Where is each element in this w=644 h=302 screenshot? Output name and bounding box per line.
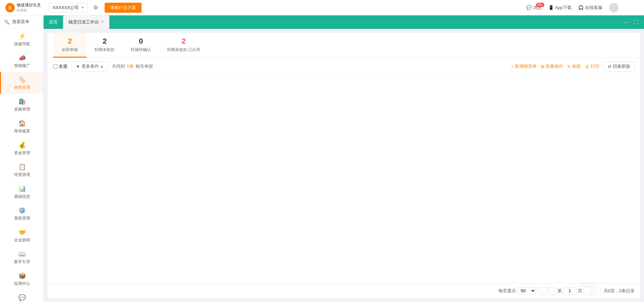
sidebar-item-wechat[interactable]: 💬 企业微信 <box>0 290 43 302</box>
stat-label-wangwang: 旺辅待确认 <box>131 47 151 53</box>
sales-icon: 🏷️ <box>18 76 26 83</box>
print-label: 打印 <box>591 63 599 69</box>
sidebar-search-label: 搜索菜单 <box>12 19 30 25</box>
tab-home[interactable]: 首页 <box>44 15 63 29</box>
sidebar-item-operations[interactable]: 📋 经营管理 <box>0 159 43 181</box>
sidebar-search[interactable]: 🔍 搜索菜单 <box>0 15 43 28</box>
sidebar-item-finance[interactable]: 💰 资金管理 <box>0 137 43 159</box>
main-layout: 🔍 搜索菜单 ⚡ 快捷导航 📣 营销推广 🏷️ 销售管理 🛍️ 采购管理 🏠 库… <box>0 15 644 302</box>
tab-maximize-button[interactable]: ⛶ <box>633 18 640 26</box>
wechat-icon: 💬 <box>18 294 26 301</box>
select-all-checkbox[interactable]: 全选 <box>53 63 67 69</box>
sidebar-item-app-center[interactable]: 📦 应用中心 <box>0 268 43 290</box>
sidebar-item-enterprise[interactable]: 🤝 企业协同 <box>0 225 43 246</box>
prev-page-button[interactable]: ‹ <box>548 287 556 295</box>
stat-tab-wangwang[interactable]: 0 旺辅待确认 <box>123 33 159 58</box>
system-icon: ⚙️ <box>18 207 26 214</box>
sidebar-label-finance: 资金管理 <box>14 150 30 156</box>
stat-tab-overdue[interactable]: 2 到期未收款 <box>87 33 123 58</box>
sidebar-item-inventory[interactable]: 🏠 库存核算 <box>0 116 43 137</box>
stat-label-overdue: 到期未收款 <box>95 47 115 53</box>
print-button[interactable]: 🖨 打印 <box>585 63 599 69</box>
stat-tab-overdue-out[interactable]: 2 到期未收款 已出库 <box>159 33 208 58</box>
per-page-select[interactable]: 50 100 <box>517 287 536 295</box>
batch-icon: ⊞ <box>541 64 544 69</box>
sidebar-label-quick-nav: 快捷导航 <box>14 41 30 47</box>
sidebar-label-enterprise: 企业协同 <box>14 237 30 243</box>
found-suffix: 相关单据 <box>136 64 153 69</box>
total-records: 共0页，0条记录 <box>604 288 635 294</box>
marketing-icon: 📣 <box>18 54 26 62</box>
app-download-button[interactable]: 📱 App下载 <box>548 5 572 11</box>
trial-button[interactable]: 体验行业方案 <box>105 3 142 13</box>
basic-info-icon: 📊 <box>18 185 26 192</box>
tab-minimize-button[interactable]: — <box>623 18 630 26</box>
sidebar: 🔍 搜索菜单 ⚡ 快捷导航 📣 营销推广 🏷️ 销售管理 🛍️ 采购管理 🏠 库… <box>0 15 44 302</box>
settings-icon: ⚙ <box>93 4 98 11</box>
online-service-label: 在线客服 <box>585 5 602 11</box>
sidebar-item-quick-nav[interactable]: ⚡ 快捷导航 <box>0 28 43 50</box>
sidebar-item-sales[interactable]: 🏷️ 销售管理 <box>0 72 43 94</box>
sidebar-label-sales: 销售管理 <box>14 85 30 90</box>
user-avatar[interactable] <box>609 3 619 12</box>
sidebar-label-app-center: 应用中心 <box>14 281 30 287</box>
found-count: 0条 <box>127 64 134 69</box>
sidebar-item-purchase[interactable]: 🛍️ 采购管理 <box>0 94 43 116</box>
guide-icon: 📖 <box>18 250 26 258</box>
header-right: 💬 消息 99+ 📱 App下载 🎧 在线客服 <box>526 3 639 12</box>
pagination: 每页显示 50 100 « ‹ 第 页 › » <box>48 283 640 298</box>
batch-operation-button[interactable]: ⊞ 批量操作 <box>541 63 563 69</box>
logo-area: 6 畅捷通好生意 标准版 <box>5 3 49 12</box>
tab-bar-actions: — ⛶ <box>623 18 644 26</box>
tab-home-label: 首页 <box>49 19 58 25</box>
next-page-button[interactable]: › <box>584 287 592 295</box>
finance-icon: 💰 <box>18 141 26 149</box>
logo-text: 畅捷通好生意 标准版 <box>17 3 41 12</box>
switch-label: 切换新版 <box>613 63 630 69</box>
filter-icon: ▼ <box>76 64 80 69</box>
sidebar-label-system: 系统管理 <box>14 216 30 221</box>
switch-version-button[interactable]: ⇄ 切换新版 <box>603 61 635 71</box>
stat-label-all: 全部单据 <box>62 47 78 53</box>
page-size-select: 每页显示 50 100 <box>498 287 536 295</box>
first-page-button[interactable]: « <box>539 287 547 295</box>
toolbar-right: + 新增销货单 ⊞ 批量操作 ↻ 刷新 🖨 打 <box>511 61 635 71</box>
settings-button[interactable]: ⚙ <box>91 3 101 13</box>
tab-bar: 首页 钱货日清工作台 ✕ — ⛶ <box>44 15 644 29</box>
filter-button[interactable]: ▼ 更多条件 ∨ <box>71 61 108 71</box>
sidebar-label-inventory: 库存核算 <box>14 128 30 134</box>
toolbar: 全选 ▼ 更多条件 ∨ 共找到 0条 相关单据 + <box>48 58 640 75</box>
page-nav: « ‹ 第 页 › » <box>539 287 601 295</box>
stat-tab-all[interactable]: 2 全部单据 <box>53 33 87 58</box>
operations-icon: 📋 <box>18 163 26 171</box>
company-selector[interactable]: XXXXXX公司 ▼ <box>49 3 88 12</box>
refresh-label: 刷新 <box>572 63 581 69</box>
select-all-input[interactable] <box>53 64 57 69</box>
logo-line2: 标准版 <box>17 8 41 12</box>
purchase-icon: 🛍️ <box>18 98 26 105</box>
logo-icon: 6 <box>5 3 15 12</box>
tab-work-bench[interactable]: 钱货日清工作台 ✕ <box>63 15 109 29</box>
sidebar-label-guide: 新手引导 <box>14 259 30 265</box>
stat-count-wangwang: 0 <box>139 37 143 46</box>
sidebar-item-basic-info[interactable]: 📊 基础信息 <box>0 181 43 203</box>
last-page-button[interactable]: » <box>593 287 601 295</box>
company-dropdown-arrow: ▼ <box>81 6 84 9</box>
sidebar-item-guide[interactable]: 📖 新手引导 <box>0 246 43 268</box>
filter-label: 更多条件 <box>82 63 99 69</box>
online-service-button[interactable]: 🎧 在线客服 <box>578 5 602 11</box>
stat-label-overdue-out: 到期未收款 已出库 <box>167 47 200 53</box>
tab-close-button[interactable]: ✕ <box>101 20 104 24</box>
enterprise-icon: 🤝 <box>18 229 26 236</box>
page-number-input[interactable] <box>563 287 577 295</box>
sidebar-item-marketing[interactable]: 📣 营销推广 <box>0 50 43 72</box>
inventory-icon: 🏠 <box>18 120 26 127</box>
sidebar-item-system[interactable]: ⚙️ 系统管理 <box>0 203 43 225</box>
quick-nav-icon: ⚡ <box>18 33 26 40</box>
refresh-button[interactable]: ↻ 刷新 <box>567 63 581 69</box>
online-service-icon: 🎧 <box>578 5 584 10</box>
add-btn-label: 新增销货单 <box>515 63 537 69</box>
add-sales-order-button[interactable]: + 新增销货单 <box>511 63 537 69</box>
message-button[interactable]: 💬 消息 99+ <box>526 5 542 11</box>
per-page-label: 每页显示 <box>498 288 516 294</box>
